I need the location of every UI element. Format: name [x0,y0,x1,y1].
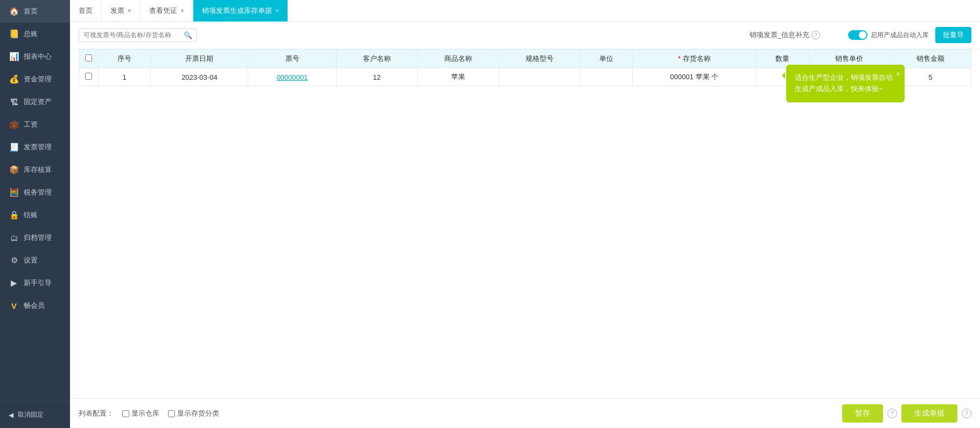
sidebar-item-report[interactable]: 📊 报表中心 [0,45,70,68]
search-input[interactable] [83,31,180,39]
show-warehouse-label: 显示仓库 [131,409,159,418]
sidebar-item-home[interactable]: 🏠 首页 [0,0,70,23]
info-label: 销项发票_信息补充 ? [750,30,820,40]
tooltip-close-button[interactable]: × [896,68,900,80]
settings-icon: ⚙ [9,256,19,265]
save-help-icon[interactable]: ? [887,409,897,418]
guide-icon: ▶ [9,278,19,288]
tab-view-voucher-close[interactable]: × [180,7,184,15]
fixed-asset-icon: 🏗 [9,98,19,107]
row-date: 2023-03-04 [151,68,248,86]
sidebar-item-label: 结账 [24,210,38,220]
sidebar-item-tax[interactable]: 🧮 税务管理 [0,181,70,204]
sidebar-item-fixed-asset[interactable]: 🏗 固定资产 [0,91,70,113]
generate-help-icon[interactable]: ? [962,409,971,418]
tab-home[interactable]: 首页 [70,0,102,22]
sidebar-item-label: 发票管理 [24,142,52,152]
show-category-input[interactable] [168,410,175,417]
col-checkbox [79,50,99,68]
home-icon: 🏠 [9,6,19,16]
sidebar-item-label: 归档管理 [24,233,52,243]
unfix-icon: ◀ [9,411,13,419]
row-inventory[interactable]: 000001 苹果 个 [633,68,756,86]
col-date: 开票日期 [151,50,248,68]
tab-sales-invoice-close[interactable]: × [275,7,279,15]
row-product: 苹果 [417,68,499,86]
col-unit: 单位 [580,50,633,68]
sidebar-item-archive[interactable]: 🗂 归档管理 [0,226,70,249]
sidebar-item-settings[interactable]: ⚙ 设置 [0,249,70,272]
sidebar-item-invoice-mgmt[interactable]: 🧾 发票管理 [0,136,70,158]
tax-icon: 🧮 [9,188,19,197]
sidebar-item-label: 畅会员 [24,301,45,310]
info-help-icon[interactable]: ? [811,31,820,39]
unfix-label: 取消固定 [18,410,44,419]
tab-home-label: 首页 [79,6,93,16]
generate-button[interactable]: 生成单据 [901,404,957,423]
sidebar-item-ledger[interactable]: 📒 总账 [0,23,70,45]
sidebar-item-fund[interactable]: 💰 资金管理 [0,68,70,91]
col-inventory: * 存货名称 [633,50,756,68]
sidebar-item-labor[interactable]: 💼 工资 [0,113,70,136]
bottom-bar: 列表配置： 显示仓库 显示存货分类 暂存 ? 生成单据 ? [70,398,980,428]
sidebar-item-label: 新手引导 [24,278,52,288]
row-ticket-no[interactable]: 00000001 [248,68,336,86]
show-warehouse-checkbox[interactable]: 显示仓库 [122,409,159,418]
col-ticket-no: 票号 [248,50,336,68]
tab-invoice-close[interactable]: × [128,7,131,15]
save-button[interactable]: 暂存 [842,404,883,423]
row-checkbox[interactable] [85,73,92,80]
report-icon: 📊 [9,52,19,61]
sidebar-item-guide[interactable]: ▶ 新手引导 [0,272,70,294]
search-icon: 🔍 [184,31,192,39]
tab-bar: 首页 发票 × 查看凭证 × 销项发票生成库存单据 × [70,0,980,22]
sidebar-item-closing[interactable]: 🔒 结账 [0,204,70,226]
member-icon: V [9,301,19,310]
sidebar-item-label: 资金管理 [24,74,52,84]
toolbar: 🔍 销项发票_信息补充 ? 启用产成品自动入库 批量导 [70,22,980,49]
sidebar-item-label: 税务管理 [24,188,52,197]
sidebar-item-label: 工资 [24,120,38,129]
tooltip-popup: × 适合生产型企业，销项发票自动生成产成品入库，快来体验~ [786,65,905,102]
archive-icon: 🗂 [9,233,19,243]
sidebar-item-label: 总账 [24,29,38,39]
show-warehouse-input[interactable] [122,410,129,417]
tab-view-voucher-label: 查看凭证 [149,6,177,16]
row-customer: 12 [336,68,417,86]
row-seq: 1 [99,68,151,86]
auto-warehouse-toggle[interactable] [848,30,867,40]
batch-button[interactable]: 批量导 [935,27,971,43]
row-unit [580,68,633,86]
ledger-icon: 📒 [9,29,19,39]
sidebar-item-label: 首页 [24,6,38,16]
sidebar-item-member[interactable]: V 畅会员 [0,294,70,317]
fund-icon: 💰 [9,74,19,84]
toggle-wrapper: 启用产成品自动入库 [848,30,929,40]
show-category-label: 显示存货分类 [177,409,219,418]
config-label: 列表配置： [79,409,114,418]
sidebar: 🏠 首页 📒 总账 📊 报表中心 💰 资金管理 🏗 固定资产 💼 工资 🧾 发票… [0,0,70,428]
tab-invoice-label: 发票 [110,6,124,16]
sidebar-item-label: 固定资产 [24,97,52,107]
sidebar-bottom: ◀ 取消固定 [0,401,70,428]
inventory-icon: 📦 [9,165,19,175]
sidebar-item-label: 库存核算 [24,165,52,175]
sidebar-item-inventory[interactable]: 📦 库存核算 [0,158,70,181]
tab-invoice[interactable]: 发票 × [102,0,141,22]
tooltip-text: 适合生产型企业，销项发票自动生成产成品入库，快来体验~ [795,73,893,93]
search-box[interactable]: 🔍 [79,29,197,42]
col-customer: 客户名称 [336,50,417,68]
unfix-button[interactable]: ◀ 取消固定 [0,406,70,424]
tab-sales-invoice[interactable]: 销项发票生成库存单据 × [193,0,288,22]
sidebar-item-label: 报表中心 [24,52,52,61]
labor-icon: 💼 [9,120,19,129]
show-category-checkbox[interactable]: 显示存货分类 [168,409,219,418]
closing-icon: 🔒 [9,210,19,220]
select-all-checkbox[interactable] [85,54,92,61]
invoice-mgmt-icon: 🧾 [9,142,19,152]
tab-view-voucher[interactable]: 查看凭证 × [141,0,193,22]
info-label-text: 销项发票_信息补充 [750,30,809,40]
col-seq: 序号 [99,50,151,68]
toggle-label: 启用产成品自动入库 [871,31,929,40]
sidebar-item-label: 设置 [24,256,38,265]
